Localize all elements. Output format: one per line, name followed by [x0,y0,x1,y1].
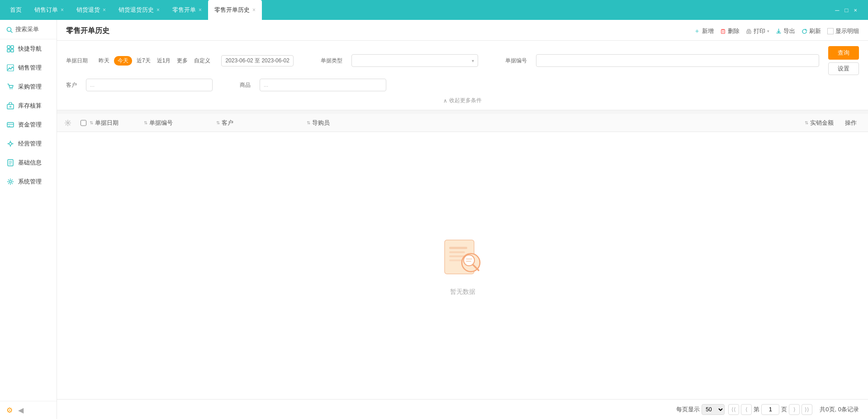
first-page-btn[interactable]: ⟨⟨ [728,404,739,415]
tab-close-retail-history[interactable]: × [252,7,256,13]
svg-point-12 [9,142,12,145]
tab-sales-order[interactable]: 销售订单 × [28,0,70,20]
sales-mgmt-icon [6,64,14,72]
svg-rect-25 [449,259,463,261]
customer-input[interactable]: ... [86,79,213,91]
goods-input[interactable]: ... [260,79,386,91]
bill-num-input[interactable] [536,54,819,67]
sort-icon-guide[interactable]: ⇅ [307,120,310,125]
sort-icon-num[interactable]: ⇅ [144,120,147,125]
sidebar-item-quick-nav[interactable]: 快捷导航 [0,39,57,58]
per-page-dropdown[interactable]: 50 10 20 100 [702,404,725,415]
tab-close-retail-open[interactable]: × [199,7,202,13]
empty-illustration [436,235,490,281]
minimize-btn[interactable]: ─ [835,7,839,14]
sidebar-item-finance[interactable]: 资金管理 [0,115,57,134]
query-button[interactable]: 查询 [828,46,859,60]
svg-line-1 [11,31,13,33]
quick-nav-icon [6,45,14,53]
sidebar-item-sales-mgmt[interactable]: 销售管理 [0,58,57,77]
print-button[interactable]: 打印 ▾ [746,27,769,35]
search-icon [6,26,13,33]
page-suffix: 页 [781,405,787,414]
query-buttons: 查询 设置 [828,46,859,75]
date-range-input[interactable]: 2023-06-02 至 2023-06-02 [221,55,293,66]
th-gear[interactable] [61,119,77,127]
print-icon [746,28,752,35]
tab-retail-open[interactable]: 零售开单 × [166,0,208,20]
maximize-btn[interactable]: □ [845,7,849,14]
sort-icon-customer[interactable]: ⇅ [216,120,220,125]
th-customer: ⇅ 客户 [213,119,303,127]
inventory-icon [6,102,14,110]
show-detail-checkbox[interactable] [827,28,834,34]
bill-type-select[interactable]: ▾ [351,54,478,67]
date-btn-today[interactable]: 今天 [114,56,132,66]
sort-icon-amount[interactable]: ⇅ [805,120,808,125]
th-checkbox[interactable] [77,120,86,126]
bill-type-chevron-icon: ▾ [472,58,474,63]
add-button[interactable]: ＋ 新增 [694,27,714,35]
gear-bottom-icon[interactable]: ⚙ [6,406,13,414]
refresh-button[interactable]: 刷新 [802,27,821,35]
date-btn-custom[interactable]: 自定义 [192,56,212,66]
goods-label: 商品 [240,81,251,89]
sidebar-label-purchase-mgmt: 采购管理 [18,83,42,91]
date-btn-7days[interactable]: 近7天 [135,56,152,66]
export-button[interactable]: 导出 [776,27,795,35]
tab-sales-return[interactable]: 销货退货 × [70,0,112,20]
basic-info-icon [6,159,14,167]
print-dropdown-icon: ▾ [767,29,769,33]
sidebar-label-finance: 资金管理 [18,121,42,129]
collapse-sidebar-icon[interactable]: ◀ [18,406,24,414]
svg-rect-9 [7,104,14,109]
sidebar-item-inventory[interactable]: 库存核算 [0,96,57,115]
main-layout: 搜索采单 快捷导航 销售管理 [0,20,868,419]
settings-button[interactable]: 设置 [828,62,859,75]
tab-sales-return-history[interactable]: 销货退货历史 × [112,0,166,20]
per-page-label: 每页显示 [676,405,700,414]
empty-text: 暂无数据 [450,288,475,296]
next-page-btn[interactable]: ⟩ [789,404,800,415]
date-btn-1month[interactable]: 近1月 [155,56,173,66]
tab-close-sales-order[interactable]: × [61,7,64,13]
svg-rect-22 [449,247,467,249]
sidebar-label-quick-nav: 快捷导航 [18,45,42,53]
prev-page-btn[interactable]: ⟨ [741,404,752,415]
last-page-btn[interactable]: ⟩⟩ [802,404,812,415]
toolbar: ＋ 新增 删除 [694,27,859,35]
collapse-button[interactable]: ∧ 收起更多条件 [443,97,482,104]
delete-button[interactable]: 删除 [720,27,740,35]
sidebar-label-system: 系统管理 [18,178,42,186]
close-btn[interactable]: × [854,7,857,14]
svg-rect-3 [11,46,14,48]
sidebar-item-purchase-mgmt[interactable]: 采购管理 [0,77,57,96]
page-header: 零售开单历史 ＋ 新增 删 [57,20,868,41]
sort-icon-date[interactable]: ⇅ [90,120,93,125]
content-area: 零售开单历史 ＋ 新增 删 [57,20,868,419]
page-nav: ⟨⟨ ⟨ 第 页 ⟩ ⟩⟩ [728,404,812,415]
svg-point-10 [10,106,11,108]
date-btn-yesterday[interactable]: 昨天 [97,56,111,66]
tab-home[interactable]: + 新增 首页 [4,0,28,20]
page-prefix: 第 [754,405,759,414]
svg-rect-19 [748,32,750,33]
sidebar-item-basic-info[interactable]: 基础信息 [0,153,57,172]
collapse-up-icon: ∧ [443,98,447,104]
window-controls: ─ □ × [835,7,864,14]
tab-retail-history[interactable]: 零售开单历史 × [208,0,262,20]
tab-close-sales-return-history[interactable]: × [157,7,160,13]
sidebar-item-operations[interactable]: 经营管理 [0,134,57,153]
date-btn-more[interactable]: 更多 [175,56,190,66]
date-label: 单据日期 [66,57,88,65]
show-detail-label: 显示明细 [835,27,859,35]
filter-area: 单据日期 昨天 今天 近7天 近1月 更多 自定义 2023-06-02 至 2… [57,41,868,110]
sidebar-search[interactable]: 搜索采单 [0,20,57,39]
svg-rect-15 [721,30,725,33]
sidebar-item-system[interactable]: 系统管理 [0,172,57,191]
gear-icon[interactable] [64,119,71,127]
svg-point-8 [12,89,13,89]
page-input[interactable] [761,404,779,415]
tab-close-sales-return[interactable]: × [103,7,106,13]
sidebar-bottom: ⚙ ◀ [0,401,57,419]
